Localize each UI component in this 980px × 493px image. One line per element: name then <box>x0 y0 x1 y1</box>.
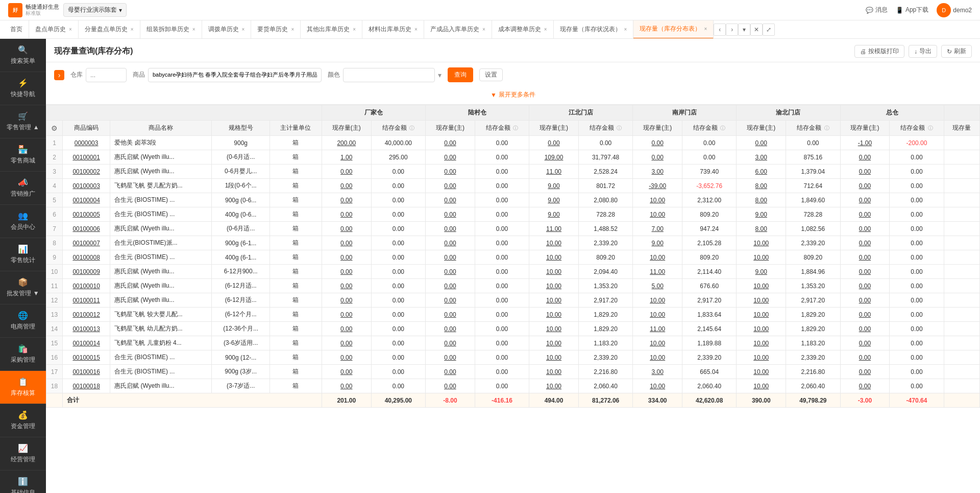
tab-close-1[interactable]: × <box>69 27 72 32</box>
cell-na-amt: 947.24 <box>682 222 737 236</box>
cell-jb-amt: 2,339.20 <box>578 350 632 365</box>
cell-tot-amt: 0.00 <box>890 293 944 308</box>
sidebar-item-retail[interactable]: 🛒 零售管理 ▲ <box>0 105 46 138</box>
cell-tot-qty: 0.00 <box>840 265 890 279</box>
refresh-btn[interactable]: ↻ 刷新 <box>941 45 972 58</box>
cell-fac-qty: 0.00 <box>322 222 371 236</box>
info-fac-amt[interactable]: ⓘ <box>409 125 414 131</box>
cell-current <box>944 207 979 222</box>
info-na-amt[interactable]: ⓘ <box>720 125 725 131</box>
sidebar-item-inventory[interactable]: 📋 库存核算 <box>0 371 46 404</box>
tab-close-8[interactable]: × <box>482 27 485 32</box>
sidebar-item-member[interactable]: 👥 会员中心 <box>0 205 46 238</box>
print-btn[interactable]: 🖨 按模版打印 <box>854 45 904 58</box>
refresh-icon: ↻ <box>947 48 952 55</box>
sidebar-item-ops[interactable]: 📈 经营管理 <box>0 437 46 471</box>
settings-btn[interactable]: 设置 <box>479 68 503 81</box>
info-tot-amt[interactable]: ⓘ <box>928 125 933 131</box>
tab-11[interactable]: 现存量（库存分布表）× <box>633 20 714 39</box>
cell-land-amt: 0.00 <box>475 179 529 193</box>
store-selector[interactable]: 母婴行业演示陈套 ▾ <box>63 3 127 17</box>
gear-icon[interactable]: ⚙ <box>51 124 58 132</box>
tab-close-5[interactable]: × <box>291 27 294 32</box>
shop-icon: 🏪 <box>4 145 42 154</box>
cell-unit: 箱 <box>270 308 322 322</box>
tab-close-2[interactable]: × <box>131 27 134 32</box>
warehouse-input[interactable] <box>86 68 127 82</box>
tab-8[interactable]: 产成品入库单历史 × <box>424 20 492 39</box>
tab-home[interactable]: 首页 <box>4 20 29 39</box>
cell-yb-qty: 8.00 <box>737 193 786 207</box>
tab-3[interactable]: 组装拆卸单历史 × <box>140 20 202 39</box>
tab-10[interactable]: 现存量（库存状况表）× <box>554 20 634 39</box>
tab-close-7[interactable]: × <box>414 27 418 32</box>
tab-7[interactable]: 材料出库单历史 × <box>362 20 424 39</box>
goods-input[interactable] <box>148 68 322 82</box>
th-name: 商品名称 <box>110 121 212 136</box>
export-btn[interactable]: ↓ 导出 <box>909 45 937 58</box>
cell-jb-amt: 2,339.20 <box>578 236 632 250</box>
cell-jb-amt: 728.28 <box>578 207 632 222</box>
cell-land-qty: 0.00 <box>426 136 475 150</box>
cell-yb-qty: 10.00 <box>737 236 786 250</box>
sidebar-item-ecom[interactable]: 🌐 电商管理 <box>0 304 46 338</box>
tab-close-all[interactable]: ✕ <box>750 24 763 36</box>
cell-yb-amt: 728.28 <box>786 207 840 222</box>
tab-prev[interactable]: ‹ <box>714 24 726 36</box>
cell-current <box>944 293 979 308</box>
cell-jb-qty: 10.00 <box>529 293 579 308</box>
info-land-amt[interactable]: ⓘ <box>513 125 518 131</box>
tab-6[interactable]: 其他出库单历史 × <box>301 20 362 39</box>
sidebar-item-search[interactable]: 🔍 搜索英单 <box>0 39 46 72</box>
cell-jb-amt: 1,353.20 <box>578 279 632 293</box>
expand-filter-btn[interactable]: ▼ 展开更多条件 <box>491 90 535 99</box>
cell-tot-amt: 0.00 <box>890 165 944 179</box>
cell-name: 合生元(BIOSTIME)派... <box>110 236 212 250</box>
tab-list[interactable]: ▾ <box>738 24 750 36</box>
cell-spec: (6-12月适... <box>212 279 270 293</box>
tab-close-11[interactable]: × <box>704 26 707 32</box>
cell-index: 13 <box>46 308 63 322</box>
user-menu[interactable]: D demo2 <box>937 3 972 17</box>
cell-current <box>944 365 979 379</box>
tab-close-9[interactable]: × <box>544 27 547 32</box>
color-dropdown-icon[interactable]: ▾ <box>438 71 442 79</box>
tab-5[interactable]: 要货单历史 × <box>251 20 301 39</box>
table-wrapper[interactable]: 厂家仓 陆村仓 江北门店 南岸门店 渝北门店 总仓 ⚙ 商品编码 商品名称 规格… <box>46 105 980 493</box>
tab-9[interactable]: 成本调整单历史 × <box>492 20 554 39</box>
cell-yb-qty: 10.00 <box>737 250 786 265</box>
sidebar-item-finance[interactable]: 💰 资金管理 <box>0 404 46 437</box>
app-download-btn[interactable]: 📱 App下载 <box>896 6 928 14</box>
cell-yb-amt: 712.64 <box>786 179 840 193</box>
cell-land-qty: 0.00 <box>426 293 475 308</box>
col-current-header <box>944 105 979 121</box>
tab-next[interactable]: › <box>726 24 738 36</box>
th-gear[interactable]: ⚙ <box>46 121 63 136</box>
sidebar-item-nav[interactable]: ⚡ 快捷导航 <box>0 72 46 105</box>
cell-land-qty: 0.00 <box>426 207 475 222</box>
sidebar-item-wholesale[interactable]: 📦 批发管理 ▼ <box>0 271 46 304</box>
tab-4[interactable]: 调拨单历史 × <box>202 20 252 39</box>
tab-close-3[interactable]: × <box>192 27 195 32</box>
query-btn[interactable]: 查询 <box>448 67 473 82</box>
sidebar-item-info[interactable]: ℹ️ 基础信息 <box>0 471 46 493</box>
tab-2[interactable]: 分量盘点单历史 × <box>79 20 140 39</box>
tab-close-4[interactable]: × <box>242 27 245 32</box>
table-row: 10 00100009 惠氏启赋 (Wyeth illu... 6-12月900… <box>46 265 980 279</box>
message-btn[interactable]: 💬 消息 <box>866 6 888 14</box>
cell-code: 00100015 <box>63 350 110 365</box>
sidebar-item-marketing[interactable]: 📣 营销推广 <box>0 172 46 205</box>
cell-jb-amt: 1,829.20 <box>578 308 632 322</box>
info-yb-amt[interactable]: ⓘ <box>824 125 829 131</box>
tab-close-10[interactable]: × <box>624 27 627 32</box>
cell-tot-qty: 0.00 <box>840 179 890 193</box>
color-input[interactable] <box>343 68 435 82</box>
tab-1[interactable]: 盘点单历史 × <box>29 20 79 39</box>
expand-orange-btn[interactable]: › <box>54 70 64 80</box>
sidebar-item-stats[interactable]: 📊 零售统计 <box>0 238 46 271</box>
info-jb-amt[interactable]: ⓘ <box>617 125 622 131</box>
sidebar-item-mall[interactable]: 🏪 零售商城 <box>0 138 46 172</box>
tab-close-6[interactable]: × <box>353 27 356 32</box>
sidebar-item-purchase[interactable]: 🛍️ 采购管理 <box>0 338 46 371</box>
tab-expand[interactable]: ⤢ <box>763 24 775 36</box>
